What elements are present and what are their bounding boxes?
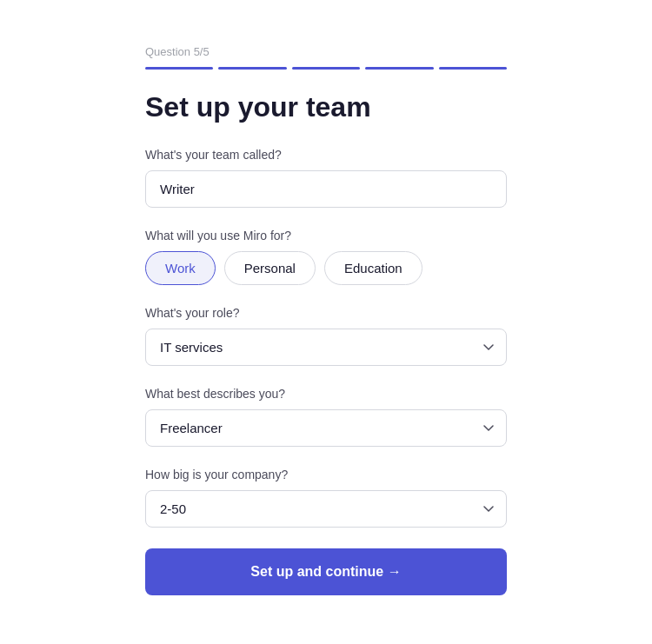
question-label: Question 5/5 <box>145 45 507 58</box>
progress-bar-3 <box>292 67 360 70</box>
progress-bar-5 <box>439 67 507 70</box>
description-label: What best describes you? <box>145 387 507 401</box>
toggle-work[interactable]: Work <box>145 251 216 285</box>
miro-usage-section: What will you use Miro for? Work Persona… <box>145 229 507 285</box>
progress-bar-4 <box>365 67 433 70</box>
toggle-personal[interactable]: Personal <box>224 251 316 285</box>
team-name-section: What's your team called? <box>145 148 507 208</box>
progress-bars <box>145 67 507 70</box>
team-name-input[interactable] <box>145 170 507 208</box>
description-section: What best describes you? Freelancer Empl… <box>145 387 507 447</box>
miro-usage-label: What will you use Miro for? <box>145 229 507 242</box>
submit-button[interactable]: Set up and continue → <box>145 548 507 595</box>
page-container: Question 5/5 Set up your team What's you… <box>145 0 507 595</box>
team-name-label: What's your team called? <box>145 148 507 162</box>
company-size-select[interactable]: 1 2-50 51-200 201-1000 1001+ <box>145 490 507 528</box>
header-section: Question 5/5 <box>145 45 507 70</box>
miro-usage-toggle-group: Work Personal Education <box>145 251 507 285</box>
role-label: What's your role? <box>145 306 507 320</box>
role-select[interactable]: IT services Design Engineering Marketing… <box>145 329 507 366</box>
description-select[interactable]: Freelancer Employee Manager Executive Ot… <box>145 409 507 447</box>
role-section: What's your role? IT services Design Eng… <box>145 306 507 366</box>
company-size-label: How big is your company? <box>145 468 507 481</box>
progress-bar-1 <box>145 67 213 70</box>
progress-bar-2 <box>218 67 286 70</box>
toggle-education[interactable]: Education <box>324 251 422 285</box>
page-title: Set up your team <box>145 90 507 123</box>
company-size-section: How big is your company? 1 2-50 51-200 2… <box>145 468 507 528</box>
